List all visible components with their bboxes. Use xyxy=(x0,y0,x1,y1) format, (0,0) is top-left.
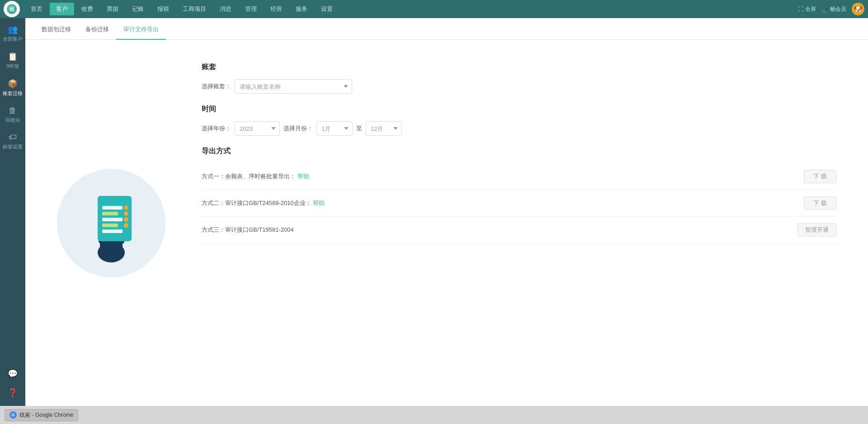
svg-point-16 xyxy=(124,223,128,228)
method2-download-button[interactable]: 下 载 xyxy=(804,196,836,210)
illustration-svg xyxy=(75,182,147,264)
sidebar-item-label-recycle-bin: 回收站 xyxy=(5,117,20,124)
fullscreen-icon: ⛶ xyxy=(798,6,803,12)
sidebar-item-all-customers[interactable]: 👥 全部客户 xyxy=(0,20,25,47)
sidebar-item-label-tag-settings: 标签设置 xyxy=(3,143,23,150)
fullscreen-button[interactable]: ⛶ 全屏 xyxy=(798,5,816,13)
month-label: 选择月份： xyxy=(283,124,313,133)
logo-inner: 线 xyxy=(7,4,17,14)
top-nav-right: ⛶ 全屏 📺 畅会员 🐶 xyxy=(798,3,864,15)
sidebar-item-label-account-migration: 账套迁移 xyxy=(3,90,23,97)
fullscreen-label: 全屏 xyxy=(805,5,816,13)
method1-text: 方式一：余额表、序时账批量导出： 帮助 xyxy=(202,172,309,181)
nav-bookkeeping[interactable]: 记账 xyxy=(126,3,150,15)
svg-point-13 xyxy=(124,205,128,210)
vip-label: 畅会员 xyxy=(830,5,846,13)
tab-backup-migration[interactable]: 备份迁移 xyxy=(78,20,116,40)
nav-business[interactable]: 工商项目 xyxy=(176,3,212,15)
method1-download-button[interactable]: 下 载 xyxy=(804,170,836,183)
nav-operation[interactable]: 经营 xyxy=(264,3,288,15)
taskbar-chrome-item[interactable]: G 线索 - Google Chrome xyxy=(5,409,78,421)
method1-label: 方式一：余额表、序时账批量导出： xyxy=(202,173,296,180)
sidebar: 👥 全部客户 📋 0申报 📦 账套迁移 🗑 回收站 🏷 标签设置 💬 ❓ xyxy=(0,18,25,406)
form-area: 账套 选择账套： 请输入账套名称 时间 选择年份： 2023 2020 2021… xyxy=(184,53,854,392)
content-area: 数据包迁移 备份迁移 审计文件导出 xyxy=(25,18,868,406)
logo[interactable]: 线 xyxy=(4,1,20,17)
nav-items: 首页 客户 收费 票据 记账 报税 工商项目 消息 管理 经营 服务 设置 xyxy=(24,3,798,15)
sidebar-item-label-zero-declare: 0申报 xyxy=(6,63,19,70)
nav-service[interactable]: 服务 xyxy=(289,3,314,15)
nav-settings[interactable]: 设置 xyxy=(315,3,339,15)
method2-text: 方式二：审计接口GB/T24589-2010企业： 帮助 xyxy=(202,199,325,207)
nav-fee[interactable]: 收费 xyxy=(75,3,99,15)
svg-point-15 xyxy=(124,217,128,222)
time-form-row: 选择年份： 2023 2020 2021 2022 2024 选择月份： 1月 … xyxy=(202,121,836,136)
sidebar-bottom: 💬 ❓ xyxy=(6,365,19,406)
sidebar-item-tag-settings[interactable]: 🏷 标签设置 xyxy=(0,128,25,155)
month-from-select[interactable]: 1月 2月 3月 4月 5月 6月 7月 8月 9月 10月 11月 12月 xyxy=(316,121,353,136)
tag-settings-icon: 🏷 xyxy=(9,133,17,142)
nav-message[interactable]: 消息 xyxy=(213,3,238,15)
top-navigation: 线 首页 客户 收费 票据 记账 报税 工商项目 消息 管理 经营 服务 设置 … xyxy=(0,0,868,18)
page-content: 账套 选择账套： 请输入账套名称 时间 选择年份： 2023 2020 2021… xyxy=(25,40,868,406)
sidebar-chat-button[interactable]: 💬 xyxy=(6,365,19,382)
year-label: 选择年份： xyxy=(202,124,231,133)
time-section-title: 时间 xyxy=(202,105,836,114)
nav-home[interactable]: 首页 xyxy=(24,3,49,15)
nav-customer[interactable]: 客户 xyxy=(50,3,74,15)
month-to-select[interactable]: 12月 1月 2月 3月 4月 5月 6月 7月 8月 9月 10月 11月 xyxy=(366,121,402,136)
nav-management[interactable]: 管理 xyxy=(239,3,263,15)
export-section-title: 导出方式 xyxy=(202,147,836,156)
zero-declare-icon: 📋 xyxy=(8,52,18,62)
all-customers-icon: 👥 xyxy=(8,24,18,34)
chat-icon: 💬 xyxy=(8,369,18,379)
method3-text: 方式三：审计接口GB/T19581-2004 xyxy=(202,226,294,234)
vip-icon: 📺 xyxy=(821,6,828,12)
sidebar-help-button[interactable]: ❓ xyxy=(6,384,19,401)
tab-data-package-migration[interactable]: 数据包迁移 xyxy=(34,20,78,40)
export-method-3: 方式三：审计接口GB/T19581-2004 暂缓开通 xyxy=(202,217,836,243)
account-migration-icon: 📦 xyxy=(8,79,18,89)
sidebar-item-account-migration[interactable]: 📦 账套迁移 xyxy=(0,74,25,101)
account-label: 选择账套： xyxy=(202,82,231,91)
main-layout: 👥 全部客户 📋 0申报 📦 账套迁移 🗑 回收站 🏷 标签设置 💬 ❓ xyxy=(0,18,868,406)
svg-rect-9 xyxy=(102,212,118,215)
help-icon: ❓ xyxy=(8,388,18,398)
year-select[interactable]: 2023 2020 2021 2022 2024 xyxy=(235,121,280,136)
tab-audit-export[interactable]: 审计文件导出 xyxy=(116,20,166,40)
nav-tax[interactable]: 报税 xyxy=(151,3,175,15)
month-separator: 至 xyxy=(356,124,362,133)
illustration-area xyxy=(39,53,184,392)
vip-button[interactable]: 📺 畅会员 xyxy=(821,5,846,13)
svg-rect-11 xyxy=(102,224,118,227)
svg-rect-8 xyxy=(102,206,123,210)
sidebar-item-recycle-bin[interactable]: 🗑 回收站 xyxy=(0,101,25,128)
svg-rect-12 xyxy=(102,229,123,233)
method3-open-button[interactable]: 暂缓开通 xyxy=(797,223,836,237)
export-method-1: 方式一：余额表、序时账批量导出： 帮助 下 载 xyxy=(202,163,836,190)
chrome-icon: G xyxy=(9,411,17,419)
method2-help-link[interactable]: 帮助 xyxy=(313,200,325,206)
account-section-title: 账套 xyxy=(202,62,836,72)
svg-rect-10 xyxy=(102,218,123,221)
taskbar: G 线索 - Google Chrome xyxy=(0,406,868,424)
account-select[interactable]: 请输入账套名称 xyxy=(235,79,352,94)
sidebar-item-zero-declare[interactable]: 📋 0申报 xyxy=(0,47,25,74)
method2-label: 方式二：审计接口GB/T24589-2010企业： xyxy=(202,200,311,206)
method1-help-link[interactable]: 帮助 xyxy=(297,173,309,180)
taskbar-item-label: 线索 - Google Chrome xyxy=(19,411,73,419)
illustration-circle xyxy=(57,169,165,277)
nav-invoice[interactable]: 票据 xyxy=(100,3,125,15)
tabs-bar: 数据包迁移 备份迁移 审计文件导出 xyxy=(25,18,868,40)
sidebar-item-label-all-customers: 全部客户 xyxy=(3,36,23,43)
user-avatar[interactable]: 🐶 xyxy=(852,3,864,15)
account-form-row: 选择账套： 请输入账套名称 xyxy=(202,79,836,94)
svg-point-14 xyxy=(124,211,128,216)
export-method-2: 方式二：审计接口GB/T24589-2010企业： 帮助 下 载 xyxy=(202,190,836,217)
recycle-bin-icon: 🗑 xyxy=(9,106,17,115)
